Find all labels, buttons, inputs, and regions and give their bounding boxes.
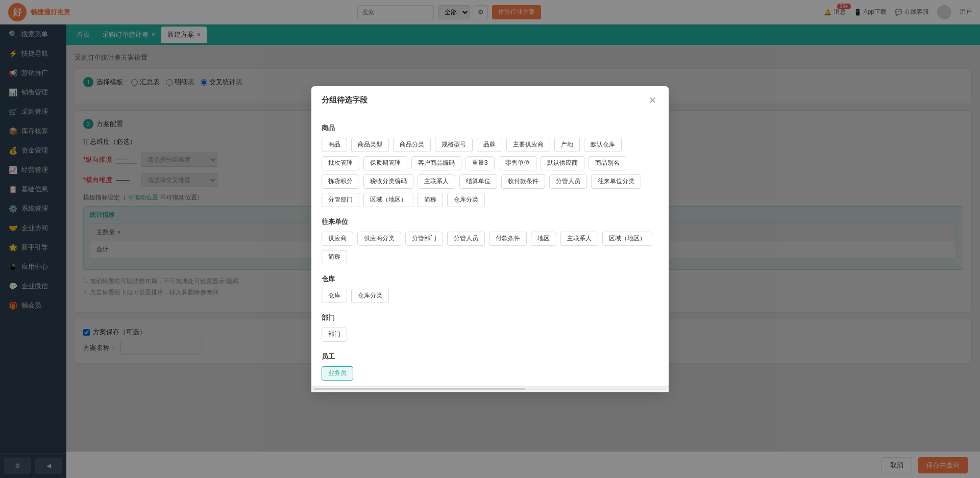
field-group-trade-title: 往来单位	[322, 217, 658, 227]
field-tag-product-weight[interactable]: 重量3	[465, 156, 495, 170]
field-tag-product-trade-cat[interactable]: 往来单位分类	[591, 174, 641, 189]
field-tag-dept[interactable]: 部门	[322, 328, 347, 342]
field-tag-warehouse[interactable]: 仓库	[322, 289, 347, 303]
field-tag-trade-main-contact[interactable]: 主联系人	[560, 232, 598, 246]
field-tag-product-settle-unit[interactable]: 结算单位	[459, 174, 497, 189]
field-tag-product-main-contact[interactable]: 主联系人	[418, 174, 455, 189]
modal-header: 分组待选字段 ✕	[311, 86, 669, 115]
field-tag-product-spec[interactable]: 规格型号	[435, 138, 473, 152]
field-tag-product-main-supplier[interactable]: 主要供应商	[506, 138, 550, 152]
field-tags-dept: 部门	[322, 328, 658, 342]
field-tag-trade-supplier-cat[interactable]: 供应商分类	[357, 232, 401, 246]
field-tag-product-expiry[interactable]: 保质期管理	[363, 156, 407, 170]
field-tag-product-pay-terms[interactable]: 收付款条件	[501, 174, 545, 189]
field-group-trade: 往来单位 供应商 供应商分类 分管部门 分管人员 付款条件 地区 主联系人 区域…	[322, 217, 658, 264]
scrollbar-track	[313, 388, 667, 390]
field-tag-product-tax-code[interactable]: 税收分类编码	[363, 174, 413, 189]
field-group-warehouse-title: 仓库	[322, 274, 658, 284]
scrollbar-thumb	[313, 388, 525, 390]
field-group-product: 商品 商品 商品类型 商品分类 规格型号 品牌 主要供应商 产地 默认仓库 批次…	[322, 123, 658, 207]
modal-body[interactable]: 商品 商品 商品类型 商品分类 规格型号 品牌 主要供应商 产地 默认仓库 批次…	[311, 115, 669, 386]
field-tags-trade: 供应商 供应商分类 分管部门 分管人员 付款条件 地区 主联系人 区域（地区） …	[322, 232, 658, 264]
field-tag-product-pick-score[interactable]: 拣货积分	[322, 174, 359, 189]
field-tag-product-batch[interactable]: 批次管理	[322, 156, 359, 170]
field-tag-product-abbr[interactable]: 简称	[418, 193, 443, 207]
field-tags-product: 商品 商品类型 商品分类 规格型号 品牌 主要供应商 产地 默认仓库 批次管理 …	[322, 138, 658, 207]
field-tag-trade-region[interactable]: 地区	[531, 232, 556, 246]
field-group-dept-title: 部门	[322, 313, 658, 322]
field-tag-product-manager[interactable]: 分管人员	[549, 174, 587, 189]
field-tags-warehouse: 仓库 仓库分类	[322, 289, 658, 303]
field-tag-product-default-wh[interactable]: 默认仓库	[584, 138, 622, 152]
field-group-dept: 部门 部门	[322, 313, 658, 342]
modal-overlay: 分组待选字段 ✕ 商品 商品 商品类型 商品分类 规格型号 品牌 主要供应商 产…	[0, 0, 980, 478]
field-tag-product-wh-cat[interactable]: 仓库分类	[447, 193, 485, 207]
field-tag-product-retail-unit[interactable]: 零售单位	[499, 156, 536, 170]
field-tag-product-origin[interactable]: 产地	[554, 138, 580, 152]
modal-scrollbar[interactable]	[311, 386, 669, 392]
modal: 分组待选字段 ✕ 商品 商品 商品类型 商品分类 规格型号 品牌 主要供应商 产…	[311, 86, 669, 392]
field-tag-trade-abbr[interactable]: 简称	[322, 250, 347, 264]
field-tag-trade-supplier[interactable]: 供应商	[322, 232, 353, 246]
field-tag-product-region[interactable]: 区域（地区）	[363, 193, 413, 207]
field-group-employee-title: 员工	[322, 352, 658, 361]
field-tag-product-dept[interactable]: 分管部门	[322, 193, 359, 207]
field-group-product-title: 商品	[322, 123, 658, 133]
field-tag-trade-manager[interactable]: 分管人员	[447, 232, 485, 246]
field-group-warehouse: 仓库 仓库 仓库分类	[322, 274, 658, 303]
field-tag-trade-dept[interactable]: 分管部门	[405, 232, 443, 246]
field-tag-product-category[interactable]: 商品分类	[393, 138, 431, 152]
field-tag-trade-pay-terms[interactable]: 付款条件	[489, 232, 527, 246]
field-tag-product-brand[interactable]: 品牌	[477, 138, 502, 152]
field-tags-employee: 业务员	[322, 366, 658, 381]
field-tag-product-default-supplier[interactable]: 默认供应商	[541, 156, 584, 170]
field-tag-salesperson[interactable]: 业务员	[322, 366, 353, 381]
field-tag-product-customer-code[interactable]: 客户商品编码	[411, 156, 461, 170]
field-tag-trade-area[interactable]: 区域（地区）	[602, 232, 652, 246]
field-group-employee: 员工 业务员	[322, 352, 658, 381]
modal-title: 分组待选字段	[322, 95, 368, 105]
field-tag-warehouse-cat[interactable]: 仓库分类	[351, 289, 389, 303]
field-tag-product-alias[interactable]: 商品别名	[589, 156, 626, 170]
field-tag-product-type[interactable]: 商品类型	[351, 138, 389, 152]
modal-close-button[interactable]: ✕	[646, 94, 658, 107]
field-tag-product-product[interactable]: 商品	[322, 138, 347, 152]
